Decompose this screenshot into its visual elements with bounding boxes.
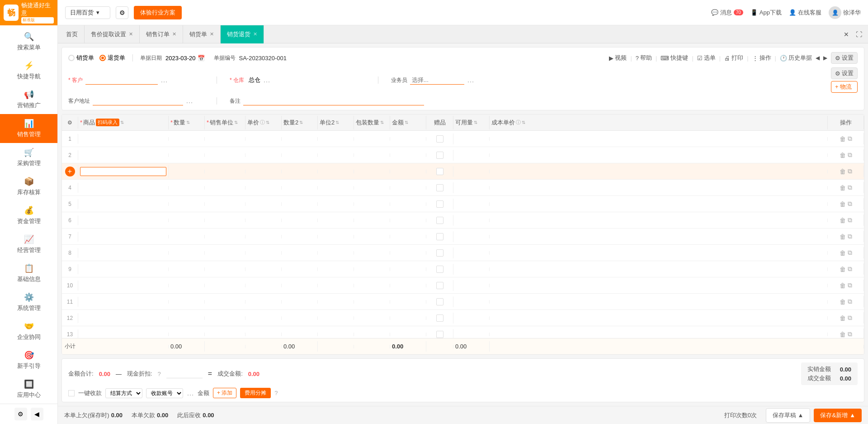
copy-row-button[interactable]: ⧉ xyxy=(848,281,852,289)
discount-info-icon[interactable]: ? xyxy=(158,371,161,377)
salesperson-input[interactable] xyxy=(410,76,464,85)
td-qty2[interactable] xyxy=(282,153,318,157)
th-gear[interactable]: ⚙ xyxy=(62,117,78,129)
td-qty[interactable] xyxy=(169,170,205,173)
operate-action[interactable]: ⋮ 操作 xyxy=(752,54,771,62)
copy-row-button[interactable]: ⧉ xyxy=(848,151,852,159)
sort-icon[interactable]: ⇅ xyxy=(299,120,303,125)
td-pack[interactable] xyxy=(354,137,390,141)
td-pack[interactable] xyxy=(354,170,390,173)
tab-close-icon[interactable]: ✕ xyxy=(172,31,176,37)
info-icon[interactable]: ⓘ xyxy=(516,119,521,126)
scan-badge[interactable]: 扫码录入 xyxy=(96,119,119,126)
info-icon[interactable]: ⓘ xyxy=(260,119,265,126)
td-unit2[interactable] xyxy=(318,170,354,173)
gift-checkbox[interactable] xyxy=(436,168,443,175)
video-action[interactable]: ▶ 视频 xyxy=(609,54,627,62)
tab-sale-order[interactable]: 销售订单 ✕ xyxy=(140,25,183,43)
radio-sale-delivery[interactable]: 销货单 xyxy=(68,54,94,62)
sort-icon[interactable]: ⇅ xyxy=(186,120,190,125)
td-unit[interactable] xyxy=(205,170,245,173)
td-amount[interactable] xyxy=(390,153,426,157)
td-gift[interactable] xyxy=(426,150,453,161)
history-action[interactable]: 🕐 历史单据 xyxy=(780,54,812,62)
address-ellipsis[interactable]: … xyxy=(186,97,193,105)
sidebar-item-marketing[interactable]: 📢 营销推广 xyxy=(0,85,57,114)
delete-row-button[interactable]: 🗑 xyxy=(840,249,846,257)
copy-row-button[interactable]: ⧉ xyxy=(848,298,852,305)
sidebar-item-inventory[interactable]: 📦 库存核算 xyxy=(0,172,57,201)
sidebar-settings-button[interactable]: ⚙ xyxy=(14,408,27,420)
td-qty2[interactable] xyxy=(282,170,318,173)
td-product[interactable] xyxy=(78,165,169,178)
prev-record-btn[interactable]: ◀ xyxy=(816,55,820,61)
td-qty[interactable] xyxy=(169,137,205,141)
delete-row-button[interactable]: 🗑 xyxy=(840,266,846,273)
sort-icon[interactable]: ⇅ xyxy=(266,120,269,125)
copy-row-button[interactable]: ⧉ xyxy=(848,200,852,208)
form-settings-button[interactable]: ⚙ 设置 xyxy=(831,52,858,64)
sidebar-item-basic-info[interactable]: 📋 基础信息 xyxy=(0,259,57,288)
maximize-tab-button[interactable]: ⛶ xyxy=(854,29,864,40)
next-record-btn[interactable]: ▶ xyxy=(823,55,827,61)
td-price[interactable] xyxy=(245,137,282,141)
tab-sale-delivery[interactable]: 销货单 ✕ xyxy=(183,25,221,43)
warehouse-ellipsis[interactable]: … xyxy=(263,76,270,84)
delete-row-button[interactable]: 🗑 xyxy=(840,168,846,175)
help-action[interactable]: ? 帮助 xyxy=(636,54,652,62)
delete-row-button[interactable]: 🗑 xyxy=(840,135,846,143)
gift-checkbox[interactable] xyxy=(436,135,443,143)
sort-icon[interactable]: ⇅ xyxy=(522,120,525,125)
delete-row-button[interactable]: 🗑 xyxy=(840,184,846,191)
customer-input[interactable] xyxy=(85,76,158,85)
copy-row-button[interactable]: ⧉ xyxy=(848,167,852,175)
td-available[interactable] xyxy=(453,170,490,173)
add-row-button[interactable]: + xyxy=(65,167,75,176)
topbar-gear-button[interactable]: ⚙ xyxy=(116,6,128,19)
td-amount[interactable] xyxy=(390,137,426,141)
td-unit[interactable] xyxy=(205,137,245,141)
td-product[interactable] xyxy=(78,137,169,141)
copy-row-button[interactable]: ⧉ xyxy=(848,249,852,257)
delete-row-button[interactable]: 🗑 xyxy=(840,200,846,208)
sidebar-item-system[interactable]: ⚙️ 系统管理 xyxy=(0,288,57,317)
add-payment-button[interactable]: + 添加 xyxy=(213,388,236,398)
copy-row-button[interactable]: ⧉ xyxy=(848,233,852,240)
tab-close-icon[interactable]: ✕ xyxy=(129,31,133,37)
user-profile[interactable]: 👤 徐泽华 xyxy=(829,6,861,19)
save-new-button[interactable]: 保存&新增 ▲ xyxy=(814,409,862,422)
app-download-button[interactable]: 📱 App下载 xyxy=(750,9,782,17)
account-ellipsis[interactable]: … xyxy=(187,389,194,397)
copy-row-button[interactable]: ⧉ xyxy=(848,314,852,322)
select-action[interactable]: ☑ 选单 xyxy=(697,54,716,62)
td-price[interactable] xyxy=(245,153,282,157)
account-select[interactable]: 收款账号 xyxy=(146,388,183,398)
td-gift[interactable] xyxy=(426,133,453,144)
sidebar-item-operation[interactable]: 📈 经营管理 xyxy=(0,230,57,259)
date-field[interactable]: 2023-03-20 📅 xyxy=(165,55,205,62)
td-unit2[interactable] xyxy=(318,137,354,141)
radio-sale-return[interactable]: 退货单 xyxy=(99,54,125,62)
sidebar-item-finance[interactable]: 💰 资金管理 xyxy=(0,201,57,230)
remark-input[interactable] xyxy=(243,96,424,105)
sort-icon[interactable]: ⇅ xyxy=(234,120,238,125)
td-qty2[interactable] xyxy=(282,137,318,141)
sort-icon[interactable]: ⇅ xyxy=(120,120,124,125)
delete-row-button[interactable]: 🗑 xyxy=(840,298,846,305)
sort-icon[interactable]: ⇅ xyxy=(474,120,477,125)
sidebar-collapse-button[interactable]: ◀ xyxy=(31,408,43,420)
td-cost[interactable] xyxy=(490,137,828,141)
delete-row-button[interactable]: 🗑 xyxy=(840,314,846,322)
one-click-checkbox[interactable] xyxy=(68,390,75,396)
copy-row-button[interactable]: ⧉ xyxy=(848,184,852,191)
address-input[interactable] xyxy=(93,96,183,105)
sidebar-item-purchase[interactable]: 🛒 采购管理 xyxy=(0,143,57,172)
fee-split-button[interactable]: 费用分摊 xyxy=(240,388,271,398)
sidebar-item-app-center[interactable]: 🔲 应用中心 xyxy=(0,375,57,404)
experience-plan-button[interactable]: 体验行业方案 xyxy=(134,6,182,19)
print-action[interactable]: 🖨 打印 xyxy=(724,54,743,62)
td-pack[interactable] xyxy=(354,153,390,157)
td-cost[interactable] xyxy=(490,153,828,157)
delete-row-button[interactable]: 🗑 xyxy=(840,217,846,224)
message-button[interactable]: 💬 消息 70 xyxy=(711,9,743,17)
